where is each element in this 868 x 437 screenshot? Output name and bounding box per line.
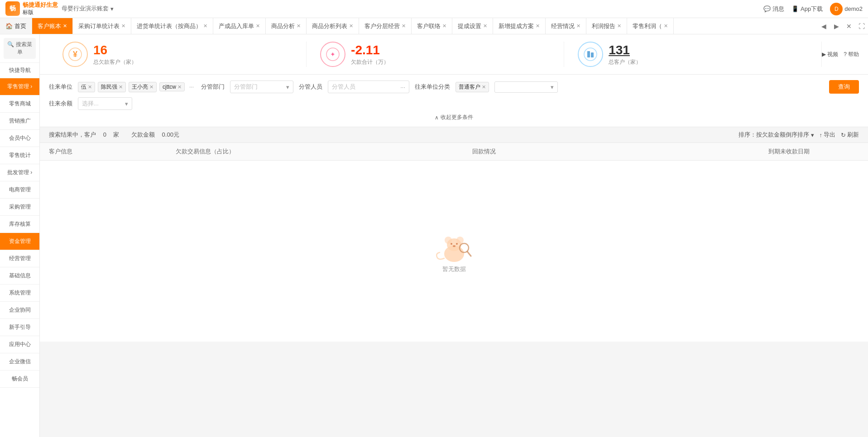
close-tab-product-analysis[interactable]: ✕	[297, 23, 301, 29]
close-tab-purchase-order[interactable]: ✕	[121, 23, 125, 29]
nav-tabs: 🏠 首页 客户账本 ✕ 采购订单统计表 ✕ 进货单统计表（按商品） ✕ 产成品入…	[0, 18, 868, 34]
tab-purchase-order[interactable]: 采购订单统计表 ✕	[73, 18, 131, 34]
sidebar-item-enterprise-wechat[interactable]: 企业微信	[0, 353, 39, 370]
close-tab-operations[interactable]: ✕	[576, 23, 580, 29]
sidebar-item-operations-mgmt[interactable]: 经营管理	[0, 250, 39, 267]
close-tab-cost-inbound[interactable]: ✕	[256, 23, 260, 29]
sidebar-item-basic-info[interactable]: 基础信息	[0, 267, 39, 285]
tab-customer-ledger[interactable]: 客户账本 ✕	[32, 18, 73, 34]
close-tab-customer-ledger[interactable]: ✕	[63, 23, 67, 29]
sidebar-item-purchase-mgmt[interactable]: 采购管理	[0, 199, 39, 216]
help-icon: ?	[844, 51, 847, 57]
query-btn[interactable]: 查询	[829, 80, 859, 94]
tab-cost-inbound[interactable]: 产成品入库单 ✕	[213, 18, 266, 34]
stat-info-customers: 16 总欠款客户（家）	[93, 43, 137, 66]
sidebar-item-new-guide[interactable]: 新手引导	[0, 319, 39, 336]
tab-operations[interactable]: 经营情况 ✕	[546, 18, 586, 34]
stat-label-arrears: 欠款合计（万）	[351, 58, 389, 66]
sidebar-item-enterprise-coop[interactable]: 企业协同	[0, 302, 39, 319]
close-tab-customer-segment[interactable]: ✕	[402, 23, 406, 29]
export-icon: ↑	[820, 132, 823, 138]
col-repayment: 回款情况	[472, 147, 769, 156]
balance-filter-select[interactable]: 选择... ▾	[78, 97, 132, 110]
stat-icon-customers: ¥	[62, 42, 88, 67]
message-btn[interactable]: 💬 消息	[763, 5, 784, 13]
tab-customer-segment[interactable]: 客户分层经营 ✕	[359, 18, 412, 34]
nav-tabs-controls: ◀ ▶ ✕ ⛶	[817, 20, 868, 33]
sidebar-item-retail-mall[interactable]: 零售商城	[0, 95, 39, 113]
sidebar-item-member[interactable]: 畅会员	[0, 370, 39, 388]
close-tab-product-analysis-list[interactable]: ✕	[349, 23, 353, 29]
user-avatar-btn[interactable]: D demo2	[830, 3, 863, 15]
unit-category-select[interactable]: ▾	[494, 81, 558, 93]
svg-point-10	[456, 237, 464, 244]
tab-customer-contact[interactable]: 客户联络 ✕	[412, 18, 452, 34]
refresh-icon: ↻	[841, 132, 846, 138]
sidebar-item-retail-mgmt[interactable]: 零售管理 ›	[0, 78, 39, 95]
remove-category-tag-normal[interactable]: ✕	[482, 84, 486, 90]
refresh-btn[interactable]: ↻ 刷新	[841, 131, 859, 139]
company-selector[interactable]: 母婴行业演示账套 ▾	[62, 5, 114, 13]
nav-next-btn[interactable]: ▶	[830, 20, 843, 33]
play-icon: ▶	[822, 51, 826, 57]
sidebar-item-inventory[interactable]: 库存核算	[0, 216, 39, 233]
logo-area: 畅 畅捷通好生意 标版	[5, 1, 58, 16]
sidebar-item-system-mgmt[interactable]: 系统管理	[0, 285, 39, 302]
sidebar-item-finance-mgmt[interactable]: 资金管理	[0, 233, 39, 250]
main-content: ¥ 16 总欠款客户（家） ✦ -2.11 欠款合计（	[40, 34, 868, 437]
tab-new-raise[interactable]: 新增提成方案 ✕	[493, 18, 546, 34]
search-menu-btn[interactable]: 🔍 搜索菜单	[4, 38, 36, 59]
tab-inbound-stats[interactable]: 进货单统计表（按商品） ✕	[131, 18, 213, 34]
stat-total-customers: ¥ 16 总欠款客户（家）	[49, 42, 307, 67]
svg-point-4	[584, 48, 597, 61]
sort-select[interactable]: 排序：按欠款金额倒序排序 ▾	[739, 131, 814, 139]
dept-filter-select[interactable]: 分管部门 ▾	[230, 81, 293, 93]
export-btn[interactable]: ↑ 导出	[820, 131, 836, 139]
sidebar-item-app-center[interactable]: 应用中心	[0, 336, 39, 353]
quick-nav-btn[interactable]: 快捷导航	[0, 63, 39, 78]
collapse-btn[interactable]: ∧ 收起更多条件	[435, 114, 473, 121]
close-tab-inbound-stats[interactable]: ✕	[203, 23, 207, 29]
stat-total-clients: 131 总客户（家）	[564, 42, 822, 67]
tab-home[interactable]: 🏠 首页	[0, 18, 32, 34]
close-tab-raise-settings[interactable]: ✕	[483, 23, 487, 29]
tab-product-analysis-list[interactable]: 商品分析列表 ✕	[307, 18, 359, 34]
sidebar-item-ecommerce-mgmt[interactable]: 电商管理	[0, 181, 39, 199]
remove-tag-chen[interactable]: ✕	[119, 84, 123, 90]
chevron-down-person: ···	[400, 84, 405, 90]
result-actions: 排序：按欠款金额倒序排序 ▾ ↑ 导出 ↻ 刷新	[739, 131, 859, 139]
unit-filter-label: 往来单位	[49, 83, 72, 91]
logo-text: 畅捷通好生意 标版	[23, 1, 58, 16]
chevron-right-icon: ›	[30, 83, 32, 90]
sidebar-item-member-center[interactable]: 会员中心	[0, 130, 39, 147]
app-download-btn[interactable]: 📱 App下载	[791, 5, 823, 13]
person-filter-label: 分管人员	[299, 83, 322, 91]
svg-point-11	[451, 243, 452, 245]
top-bar-right: 💬 消息 📱 App下载 D demo2	[763, 3, 863, 15]
tab-profit-report[interactable]: 利润报告 ✕	[586, 18, 627, 34]
close-tab-new-raise[interactable]: ✕	[536, 23, 540, 29]
filter-more-btn[interactable]: ···	[187, 83, 196, 91]
close-tab-retail-profit[interactable]: ✕	[664, 23, 668, 29]
sidebar-item-wholesale-mgmt[interactable]: 批发管理 ›	[0, 164, 39, 181]
tab-retail-profit[interactable]: 零售利润（ ✕	[627, 18, 674, 34]
svg-point-12	[456, 243, 458, 245]
nav-close-all-btn[interactable]: ✕	[843, 20, 855, 33]
nav-fullscreen-btn[interactable]: ⛶	[855, 20, 868, 33]
nav-prev-btn[interactable]: ◀	[817, 20, 830, 33]
close-tab-customer-contact[interactable]: ✕	[442, 23, 446, 29]
video-btn[interactable]: ▶ 视频	[822, 51, 838, 58]
help-btn[interactable]: ? 帮助	[844, 51, 859, 58]
empty-text: 暂无数据	[442, 265, 466, 273]
tab-product-analysis[interactable]: 商品分析 ✕	[266, 18, 307, 34]
tab-raise-settings[interactable]: 提成设置 ✕	[452, 18, 493, 34]
remove-tag-wang[interactable]: ✕	[149, 84, 153, 90]
stat-value-arrears: -2.11	[351, 43, 389, 57]
sidebar-item-retail-stats[interactable]: 零售统计	[0, 147, 39, 164]
sidebar-item-marketing[interactable]: 营销推广	[0, 113, 39, 130]
close-tab-profit-report[interactable]: ✕	[617, 23, 621, 29]
result-info: 搜索结果中，客户 0 家 欠款金额 0.00元	[49, 131, 185, 139]
remove-tag-cjttcw[interactable]: ✕	[177, 84, 182, 90]
person-filter-select[interactable]: 分管人员 ···	[328, 81, 409, 93]
remove-tag-wu[interactable]: ✕	[88, 84, 92, 90]
